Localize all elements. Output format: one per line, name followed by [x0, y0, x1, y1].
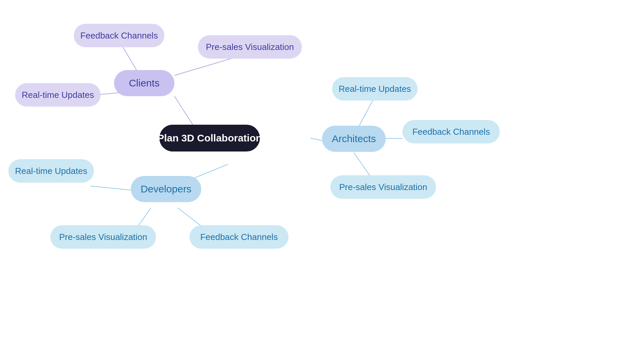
developers-feedback-node[interactable]: Feedback Channels — [190, 225, 288, 249]
clients-realtime-node[interactable]: Real-time Updates — [15, 83, 101, 107]
developers-realtime-node[interactable]: Real-time Updates — [8, 159, 94, 183]
architects-presales-node[interactable]: Pre-sales Visualization — [330, 175, 436, 199]
clients-node[interactable]: Clients — [114, 70, 174, 96]
architects-feedback-node[interactable]: Feedback Channels — [402, 120, 500, 143]
architects-realtime-node[interactable]: Real-time Updates — [332, 77, 418, 101]
center-node[interactable]: Plan 3D Collaboration — [159, 125, 260, 152]
developers-node[interactable]: Developers — [131, 176, 201, 202]
clients-presales-node[interactable]: Pre-sales Visualization — [198, 35, 302, 59]
architects-node[interactable]: Architects — [322, 126, 386, 152]
developers-presales-node[interactable]: Pre-sales Visualization — [50, 225, 156, 249]
clients-feedback-node[interactable]: Feedback Channels — [74, 24, 164, 47]
